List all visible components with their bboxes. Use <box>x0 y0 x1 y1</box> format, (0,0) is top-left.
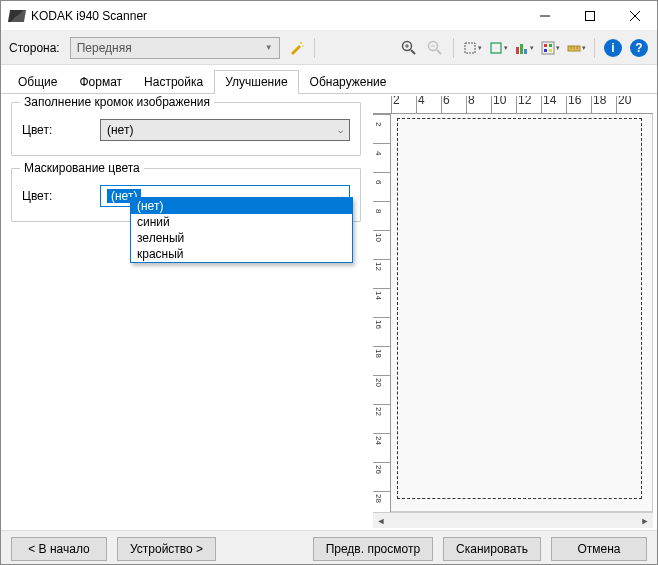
toolbar: Сторона: Передняя ▼ i ? <box>1 31 657 65</box>
svg-rect-15 <box>516 47 519 54</box>
info-button[interactable]: i <box>603 38 623 58</box>
vertical-ruler: 246810121416182022242628 <box>373 114 391 512</box>
svg-rect-21 <box>544 49 547 52</box>
separator <box>314 38 315 58</box>
crop-tool-icon[interactable] <box>488 38 508 58</box>
color-mask-dropdown[interactable]: (нет) синий зеленый красный <box>130 197 353 263</box>
scanner-icon <box>8 10 26 22</box>
main-area: Заполнение кромок изображения Цвет: (нет… <box>1 94 657 530</box>
svg-rect-14 <box>491 43 501 53</box>
svg-rect-18 <box>542 42 554 54</box>
separator <box>453 38 454 58</box>
selection-rectangle[interactable] <box>397 118 642 499</box>
footer-bar: < В начало Устройство > Предв. просмотр … <box>1 530 657 565</box>
dropdown-option[interactable]: (нет) <box>131 198 352 214</box>
tab-enhance[interactable]: Улучшение <box>214 70 298 94</box>
window-title: KODAK i940 Scanner <box>31 9 522 23</box>
dropdown-option[interactable]: красный <box>131 246 352 262</box>
edge-fill-color-value: (нет) <box>107 123 133 137</box>
scroll-left-button[interactable]: ◄ <box>373 513 389 529</box>
preview-panel: 2468101214161820 24681012141618202224262… <box>371 94 657 530</box>
title-bar: KODAK i940 Scanner <box>1 1 657 31</box>
tab-strip: Общие Формат Настройка Улучшение Обнаруж… <box>1 65 657 94</box>
maximize-button[interactable] <box>567 1 612 31</box>
help-button[interactable]: ? <box>629 38 649 58</box>
tab-general[interactable]: Общие <box>7 70 68 94</box>
zoom-out-icon[interactable] <box>425 38 445 58</box>
help-icon: ? <box>630 39 648 57</box>
adjust-tool-icon[interactable] <box>514 38 534 58</box>
edge-fill-color-select[interactable]: (нет) ⌵ <box>100 119 350 141</box>
svg-rect-17 <box>524 49 527 54</box>
svg-rect-13 <box>465 43 475 53</box>
tab-format[interactable]: Формат <box>68 70 133 94</box>
svg-rect-16 <box>520 44 523 54</box>
side-select[interactable]: Передняя ▼ <box>70 37 280 59</box>
dropdown-option[interactable]: синий <box>131 214 352 230</box>
svg-line-11 <box>437 50 441 54</box>
preview-button[interactable]: Предв. просмотр <box>313 537 433 561</box>
dropdown-option[interactable]: зеленый <box>131 230 352 246</box>
zoom-in-icon[interactable] <box>399 38 419 58</box>
tab-detect[interactable]: Обнаружение <box>299 70 398 94</box>
horizontal-scrollbar[interactable]: ◄ ► <box>373 512 653 528</box>
svg-rect-20 <box>549 44 552 47</box>
back-button[interactable]: < В начало <box>11 537 107 561</box>
svg-point-4 <box>300 42 302 44</box>
chevron-down-icon: ⌵ <box>338 125 343 135</box>
chevron-down-icon: ▼ <box>265 43 273 52</box>
select-tool-icon[interactable] <box>462 38 482 58</box>
measure-tool-icon[interactable] <box>566 38 586 58</box>
separator <box>594 38 595 58</box>
info-icon: i <box>604 39 622 57</box>
color-tool-icon[interactable] <box>540 38 560 58</box>
svg-rect-1 <box>585 11 594 20</box>
preview-canvas[interactable] <box>391 114 653 512</box>
close-icon <box>630 11 640 21</box>
settings-panel: Заполнение кромок изображения Цвет: (нет… <box>1 94 371 530</box>
edge-fill-legend: Заполнение кромок изображения <box>20 95 214 109</box>
minimize-icon <box>540 11 550 21</box>
device-button[interactable]: Устройство > <box>117 537 216 561</box>
edge-fill-group: Заполнение кромок изображения Цвет: (нет… <box>11 102 361 156</box>
horizontal-ruler: 2468101214161820 <box>373 96 653 114</box>
svg-line-7 <box>411 50 415 54</box>
scan-button[interactable]: Сканировать <box>443 537 541 561</box>
cancel-button[interactable]: Отмена <box>551 537 647 561</box>
tab-adjust[interactable]: Настройка <box>133 70 214 94</box>
side-label: Сторона: <box>9 41 60 55</box>
magic-wand-icon[interactable] <box>286 38 306 58</box>
scroll-right-button[interactable]: ► <box>637 513 653 529</box>
color-mask-legend: Маскирование цвета <box>20 161 144 175</box>
color-mask-group: Маскирование цвета Цвет: (нет) ⌵ (нет) с… <box>11 168 361 222</box>
edge-fill-color-label: Цвет: <box>22 123 92 137</box>
maximize-icon <box>585 11 595 21</box>
color-mask-color-label: Цвет: <box>22 189 92 203</box>
close-button[interactable] <box>612 1 657 31</box>
side-select-value: Передняя <box>77 41 132 55</box>
svg-rect-22 <box>549 49 552 52</box>
minimize-button[interactable] <box>522 1 567 31</box>
svg-rect-19 <box>544 44 547 47</box>
svg-point-5 <box>302 45 304 47</box>
